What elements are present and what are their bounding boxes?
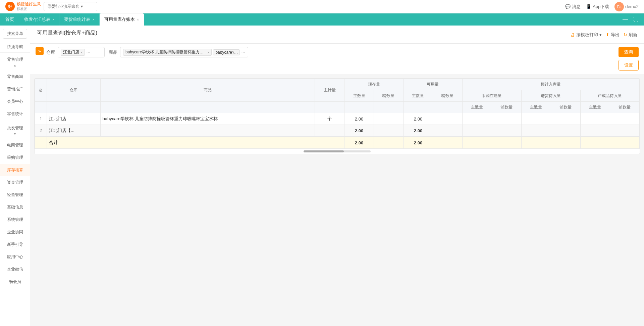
sidebar-item-appstore[interactable]: 应用中心: [0, 251, 30, 263]
th-stock-group: 现存量: [344, 79, 404, 90]
product-filter: 商品 babycare学饮杯 儿童防摔防撞吸管杯重力球吸嘴杯宝宝水杯 × bab…: [109, 47, 248, 57]
sidebar-quick-nav[interactable]: 快捷导航: [0, 42, 30, 52]
row-avail-aux: [433, 113, 462, 125]
sidebar-item-purchase[interactable]: 采购管理: [0, 151, 30, 164]
sidebar-item-operations[interactable]: 经营管理: [0, 189, 30, 201]
product-tag2: babycare?...: [213, 49, 240, 55]
industry-label: 母婴行业演示账套: [47, 4, 79, 9]
export-button[interactable]: ⬆ 导出: [606, 32, 620, 38]
tab-bar: 首页 收发存汇总表 × 要货单统计表 × 可用量库存账本 × — ⛶: [0, 13, 644, 26]
sidebar-divider: [0, 52, 30, 53]
search-menu-button[interactable]: 搜索菜单: [3, 29, 27, 39]
row-stock-main: 2.00: [344, 125, 374, 137]
refresh-button[interactable]: ↻ 刷新: [624, 32, 637, 38]
sidebar-item-member[interactable]: 会员中心: [0, 95, 30, 108]
scrollbar-thumb[interactable]: [304, 150, 344, 152]
product-tag1-close-icon[interactable]: ×: [207, 50, 209, 54]
summary-empty: [35, 137, 47, 149]
sidebar-item-enterprise[interactable]: 企业协同: [0, 226, 30, 238]
sidebar-item-wholesale[interactable]: 批发管理 ▼: [0, 122, 30, 139]
tab-label: 收发存汇总表: [24, 16, 50, 22]
sidebar-item-basics[interactable]: 基础信息: [0, 201, 30, 214]
settings-button[interactable]: 设置: [619, 60, 639, 71]
chevron-up-icon: ▲: [13, 63, 17, 67]
sidebar-item-inventory[interactable]: 库存核算: [0, 164, 30, 176]
table-footer: [35, 149, 640, 154]
summary-label: 合计: [47, 137, 344, 149]
message-action[interactable]: 💬 消息: [565, 4, 581, 10]
sidebar-item-guide[interactable]: 新手引导: [0, 238, 30, 251]
th-available-group: 可用量: [403, 79, 462, 90]
tab-maximize-icon[interactable]: ⛶: [632, 16, 640, 22]
logo-text: 畅捷通好生意: [17, 2, 41, 6]
app-download-label: App下载: [593, 4, 609, 10]
sidebar-item-label: 畅会员: [9, 279, 21, 285]
sidebar-item-label: 电商管理: [7, 142, 23, 148]
product-label: 商品: [109, 49, 117, 55]
row-warehouse: 江北门店: [47, 113, 101, 125]
industry-selector[interactable]: 母婴行业演示账套 ▾: [44, 2, 97, 11]
sidebar-item-label: 零售统计: [7, 111, 23, 117]
th-empty8: [433, 102, 462, 113]
page-title: 可用量查询(按仓库+商品): [37, 30, 97, 40]
th-unit: 主计量: [315, 79, 344, 102]
sidebar-item-ecommerce[interactable]: 电商管理: [0, 139, 30, 151]
tab-order-stats[interactable]: 要货单统计表 ×: [59, 13, 99, 26]
tab-home[interactable]: 首页: [0, 16, 19, 22]
th-forecast-group: 预计入库量: [462, 79, 639, 90]
row-product: babycare学饮杯 儿童防摔防撞吸管杯重力球吸嘴杯宝宝水杯: [100, 113, 315, 125]
th-pro-aux: 辅数量: [610, 102, 639, 113]
gear-icon[interactable]: ⚙: [39, 88, 43, 93]
header-actions: 🖨 按模板打印 ▾ ⬆ 导出 ↻ 刷新: [571, 32, 637, 38]
sidebar-item-label: 系统管理: [7, 217, 23, 223]
logo-text-area: 畅捷通好生意 标准版: [17, 2, 41, 11]
row-product: [100, 125, 315, 137]
chevron-down-icon: ▼: [13, 132, 17, 136]
th-inb-aux: 辅数量: [551, 102, 580, 113]
top-bar: 好 畅捷通好生意 标准版 母婴行业演示账套 ▾ 💬 消息 📱 App下载 Ea …: [0, 0, 644, 13]
filter-container: » 仓库 江北门店 × ··· 商品 b: [30, 44, 644, 74]
filter-main: 仓库 江北门店 × ··· 商品 babycare学饮杯 儿童防摔防撞吸管杯重力…: [46, 47, 616, 57]
scrollbar-track[interactable]: [304, 150, 371, 152]
expand-button[interactable]: »: [36, 47, 44, 55]
row-stock-aux: [374, 113, 404, 125]
sidebar-item-member2[interactable]: 畅会员: [0, 276, 30, 288]
th-pur-main: 主数量: [462, 102, 492, 113]
sidebar-item-wechat-work[interactable]: 企业微信: [0, 263, 30, 276]
sidebar-item-label: 会员中心: [7, 99, 23, 104]
layout: 搜索菜单 快捷导航 零售管理 ▲ 零售商城 营销推广 会员中心 零售统计 批发管…: [0, 26, 644, 326]
tab-receive-summary[interactable]: 收发存汇总表 ×: [19, 13, 59, 26]
row-inb-aux: [551, 125, 580, 137]
filter-more-icon[interactable]: ···: [86, 50, 90, 55]
print-button[interactable]: 🖨 按模板打印 ▾: [571, 32, 602, 38]
filter-buttons: 查询 设置: [619, 47, 639, 71]
th-product-sub: 产成品待入量: [580, 90, 639, 102]
sidebar-item-retail-stats[interactable]: 零售统计: [0, 108, 30, 120]
sidebar-item-system[interactable]: 系统管理: [0, 214, 30, 226]
th-avail-aux: 辅数量: [433, 90, 462, 102]
sidebar-item-marketing[interactable]: 营销推广: [0, 83, 30, 95]
product-input[interactable]: babycare学饮杯 儿童防摔防撞吸管杯重力球吸嘴杯宝宝水杯 × babyca…: [120, 47, 248, 57]
warehouse-tag: 江北门店 ×: [61, 49, 85, 56]
tab-close-icon[interactable]: ×: [52, 17, 54, 21]
tab-minimize-icon[interactable]: —: [621, 16, 629, 22]
sidebar-item-finance[interactable]: 资金管理: [0, 176, 30, 189]
row-pro-aux: [610, 125, 639, 137]
tab-close-icon[interactable]: ×: [92, 17, 94, 21]
refresh-icon: ↻: [624, 32, 627, 37]
tab-available-stock[interactable]: 可用量库存账本 ×: [100, 13, 144, 26]
query-button[interactable]: 查询: [619, 47, 639, 57]
sidebar-item-label: 营销推广: [7, 86, 23, 92]
warehouse-input[interactable]: 江北门店 × ···: [58, 47, 105, 57]
th-pro-main: 主数量: [580, 102, 610, 113]
user-area[interactable]: Ea demo2: [614, 2, 639, 11]
row-inb-main: [521, 113, 551, 125]
tab-close-icon[interactable]: ×: [137, 17, 139, 21]
app-download-action[interactable]: 📱 App下载: [586, 4, 609, 10]
filter-more-icon2[interactable]: ···: [241, 50, 245, 55]
refresh-label: 刷新: [629, 32, 637, 38]
sidebar-item-retail[interactable]: 零售管理 ▲: [0, 53, 30, 71]
sidebar-item-retail-shop[interactable]: 零售商城: [0, 71, 30, 83]
warehouse-tag-close-icon[interactable]: ×: [80, 50, 83, 54]
export-icon: ⬆: [606, 32, 609, 37]
